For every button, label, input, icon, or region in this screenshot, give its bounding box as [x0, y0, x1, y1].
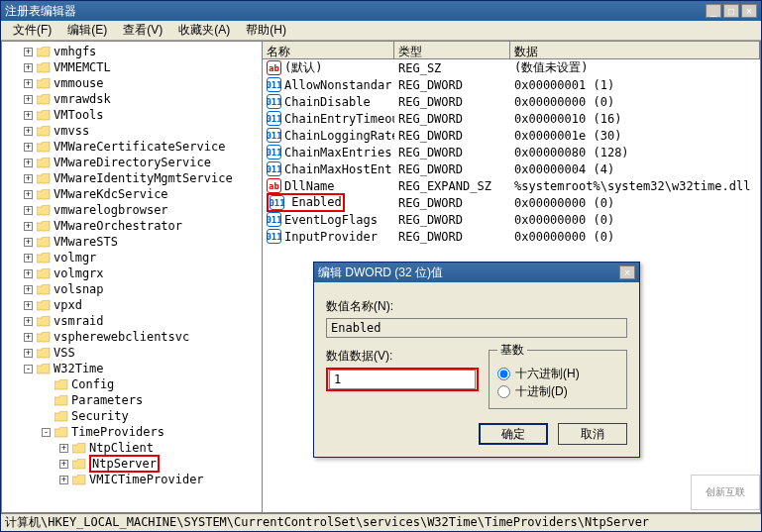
value-row[interactable]: 011 EnabledREG_DWORD0x00000000 (0)	[263, 194, 760, 211]
menu-view[interactable]: 查看(V)	[115, 20, 170, 41]
tree-node-ntpserver[interactable]: +NtpServer	[2, 456, 262, 472]
expander-icon[interactable]: +	[24, 333, 33, 342]
dialog-title: 编辑 DWORD (32 位)值	[318, 265, 619, 281]
value-row[interactable]: 011ChainMaxEntriesREG_DWORD0x00000080 (1…	[263, 144, 760, 160]
tree-node-ntpclient[interactable]: +NtpClient	[2, 440, 262, 456]
tree-node-w32time[interactable]: -W32Time	[2, 361, 262, 376]
expander-icon[interactable]: +	[24, 285, 33, 294]
expander-icon[interactable]: +	[24, 174, 33, 183]
tree-node-config[interactable]: Config	[2, 376, 262, 392]
close-button[interactable]: ×	[741, 4, 757, 18]
cancel-button[interactable]: 取消	[558, 423, 627, 445]
radio-hex[interactable]: 十六进制(H)	[497, 365, 618, 382]
value-row[interactable]: ab(默认)REG_SZ(数值未设置)	[263, 59, 760, 76]
expander-icon[interactable]: +	[59, 460, 68, 469]
tree-node-vss[interactable]: +VSS	[2, 345, 262, 361]
tree-node-vspherewebclientsvc[interactable]: +vspherewebclientsvc	[2, 329, 262, 345]
tree-node-vmhgfs[interactable]: +vmhgfs	[2, 44, 262, 59]
folder-icon	[54, 411, 68, 422]
column-type[interactable]: 类型	[394, 42, 510, 58]
tree-node-vsmraid[interactable]: +vsmraid	[2, 313, 262, 329]
menu-favorites[interactable]: 收藏夹(A)	[170, 20, 238, 41]
tree-node-parameters[interactable]: Parameters	[2, 392, 262, 408]
expander-icon[interactable]: +	[24, 254, 33, 263]
value-data-input[interactable]	[329, 370, 476, 389]
tree-node-vmmemctl[interactable]: +VMMEMCTL	[2, 59, 262, 75]
expander-icon[interactable]: +	[24, 206, 33, 215]
ok-button[interactable]: 确定	[479, 423, 548, 445]
menu-help[interactable]: 帮助(H)	[238, 20, 294, 41]
expander-icon[interactable]: +	[59, 444, 68, 453]
value-row[interactable]: 011EventLogFlagsREG_DWORD0x00000000 (0)	[263, 211, 760, 228]
maximize-button[interactable]: □	[723, 4, 739, 18]
expander-icon[interactable]: +	[24, 269, 33, 278]
tree-node-timeproviders[interactable]: -TimeProviders	[2, 424, 262, 440]
expander-icon[interactable]: +	[24, 127, 33, 136]
expander-icon[interactable]: +	[24, 111, 33, 120]
expander-icon[interactable]: +	[24, 238, 33, 247]
tree-node-vmwaredirectoryservice[interactable]: +VMwareDirectoryService	[2, 155, 262, 170]
expander-icon[interactable]: +	[24, 222, 33, 231]
expander-icon[interactable]: +	[24, 63, 33, 72]
folder-icon	[54, 395, 68, 406]
expander-icon[interactable]: +	[24, 95, 33, 104]
window-buttons: _ □ ×	[706, 4, 757, 18]
value-name-input[interactable]	[326, 318, 627, 338]
dialog-close-button[interactable]: ×	[619, 266, 635, 279]
expander-icon[interactable]: +	[24, 159, 33, 167]
folder-icon	[54, 427, 68, 438]
folder-icon	[37, 173, 51, 184]
tree-node-vmmouse[interactable]: +vmmouse	[2, 75, 262, 91]
expander-icon[interactable]: +	[24, 48, 33, 56]
value-row[interactable]: 011ChainMaxHostEnt...REG_DWORD0x00000004…	[263, 160, 760, 177]
tree-node-vmrawdsk[interactable]: +vmrawdsk	[2, 91, 262, 107]
dword-icon: 011	[267, 229, 281, 244]
value-row[interactable]: 011ChainDisableREG_DWORD0x00000000 (0)	[263, 93, 760, 110]
tree-node-vmwarests[interactable]: +VMwareSTS	[2, 234, 262, 250]
menu-file[interactable]: 文件(F)	[5, 20, 59, 41]
tree-node-vmwareidentitymgmtservice[interactable]: +VMwareIdentityMgmtService	[2, 170, 262, 186]
folder-icon	[37, 316, 51, 327]
value-name-label: 数值名称(N):	[326, 298, 627, 315]
column-data[interactable]: 数据	[510, 42, 760, 58]
value-row[interactable]: 011AllowNonstandar...REG_DWORD0x00000001…	[263, 76, 760, 93]
value-row[interactable]: 011ChainEntryTimeoutREG_DWORD0x00000010 …	[263, 110, 760, 127]
expander-icon[interactable]: +	[24, 79, 33, 88]
radio-dec[interactable]: 十进制(D)	[497, 382, 618, 400]
expander-icon[interactable]: +	[24, 301, 33, 310]
tree-node-vmwarekdcservice[interactable]: +VMwareKdcService	[2, 186, 262, 202]
dialog-titlebar[interactable]: 编辑 DWORD (32 位)值 ×	[314, 263, 639, 282]
tree-node-volsnap[interactable]: +volsnap	[2, 281, 262, 297]
expander-icon[interactable]: +	[59, 476, 68, 484]
value-data-label: 数值数据(V):	[326, 348, 479, 365]
tree-node-vmwarelogbrowser[interactable]: +vmwarelogbrowser	[2, 202, 262, 218]
value-row[interactable]: 011InputProviderREG_DWORD0x00000000 (0)	[263, 228, 760, 245]
value-row[interactable]: 011ChainLoggingRateREG_DWORD0x0000001e (…	[263, 127, 760, 144]
expander-icon[interactable]: -	[24, 365, 33, 373]
menubar: 文件(F) 编辑(E) 查看(V) 收藏夹(A) 帮助(H)	[1, 21, 761, 41]
expander-icon[interactable]: +	[24, 349, 33, 358]
tree-node-vmictimeprovider[interactable]: +VMICTimeProvider	[2, 472, 262, 487]
value-row[interactable]: abDllNameREG_EXPAND_SZ%systemroot%\syste…	[263, 177, 760, 194]
window-titlebar[interactable]: 注册表编辑器 _ □ ×	[1, 1, 761, 21]
tree-node-volmgrx[interactable]: +volmgrx	[2, 266, 262, 281]
expander-icon[interactable]: +	[24, 143, 33, 152]
tree-node-vmvss[interactable]: +vmvss	[2, 123, 262, 139]
radio-dec-input[interactable]	[497, 385, 510, 398]
expander-icon[interactable]: +	[24, 190, 33, 199]
tree-node-security[interactable]: Security	[2, 408, 262, 424]
registry-tree-panel[interactable]: +vmhgfs+VMMEMCTL+vmmouse+vmrawdsk+VMTool…	[2, 42, 263, 512]
base-legend: 基数	[497, 342, 527, 359]
string-icon: ab	[267, 60, 281, 75]
tree-node-volmgr[interactable]: +volmgr	[2, 250, 262, 266]
tree-node-vmwarecertificateservice[interactable]: +VMWareCertificateService	[2, 139, 262, 155]
expander-icon[interactable]: +	[24, 317, 33, 326]
minimize-button[interactable]: _	[706, 4, 721, 18]
expander-icon[interactable]: -	[42, 428, 51, 437]
tree-node-vmwareorchestrator[interactable]: +VMwareOrchestrator	[2, 218, 262, 234]
column-name[interactable]: 名称	[263, 42, 394, 58]
tree-node-vmtools[interactable]: +VMTools	[2, 107, 262, 123]
radio-hex-input[interactable]	[497, 368, 510, 380]
menu-edit[interactable]: 编辑(E)	[59, 20, 115, 41]
tree-node-vpxd[interactable]: +vpxd	[2, 297, 262, 313]
